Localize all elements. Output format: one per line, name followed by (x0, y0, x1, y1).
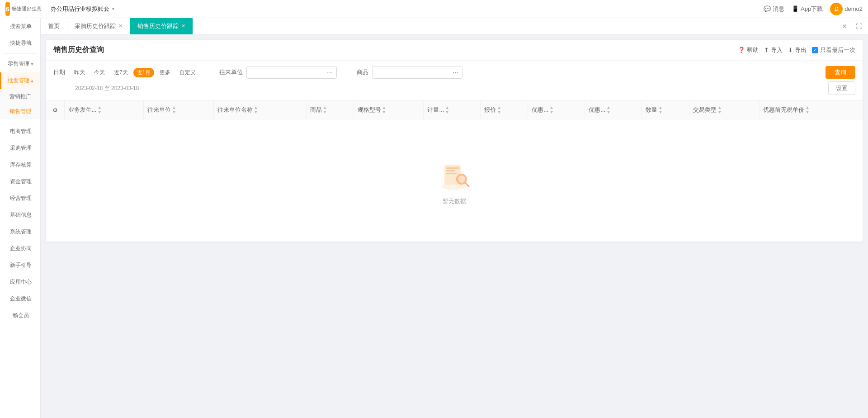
sidebar-label-sales: 销售管理 (9, 108, 31, 114)
date-btn-custom[interactable]: 自定义 (176, 68, 199, 77)
tab-bar-actions: ✕ ⛶ (839, 21, 868, 32)
sidebar-item-ecommerce[interactable]: 电商管理 (0, 123, 40, 140)
date-range-display: 2023-02-18 至 2023-03-18 (75, 85, 139, 92)
help-icon: ❓ (738, 47, 745, 53)
tab-purchase-history[interactable]: 采购历史价跟踪 ✕ (67, 18, 130, 34)
page-header-actions: ❓ 帮助 ⬆ 导入 ⬇ 导出 ✓ 只看最后一次 (738, 46, 855, 54)
table-header-discount2[interactable]: 优惠... ▲▼ (585, 101, 642, 119)
svg-rect-3 (446, 170, 455, 171)
partner-input-dots[interactable]: ··· (327, 68, 333, 76)
data-table: ⚙ 业务发生... ▲▼ 往来 (46, 101, 863, 119)
sort-icon-pretax-price: ▲▼ (805, 105, 810, 114)
table-header-product[interactable]: 商品 ▲▼ (306, 101, 354, 119)
partner-input[interactable] (250, 69, 327, 76)
tab-sales-history-close[interactable]: ✕ (181, 23, 185, 29)
sidebar-label-finance: 资金管理 (10, 178, 32, 185)
table-header-unit[interactable]: 计量... ▲▼ (424, 101, 481, 119)
wholesale-arrow-icon: ▲ (30, 79, 34, 83)
sidebar-item-system[interactable]: 系统管理 (0, 223, 40, 240)
date-filter-label: 日期 (53, 68, 65, 76)
page-header: 销售历史价查询 ❓ 帮助 ⬆ 导入 ⬇ 导出 (46, 40, 863, 61)
table-header-gear[interactable]: ⚙ (46, 101, 64, 119)
product-input-wrapper: ··· (372, 66, 462, 79)
sidebar-item-member[interactable]: 畅会员 (0, 307, 40, 324)
help-button[interactable]: ❓ 帮助 (738, 46, 759, 54)
maximize-button[interactable]: ⛶ (854, 21, 864, 32)
empty-state: 暂无数据 (46, 119, 863, 242)
table-header-biz-date[interactable]: 业务发生... ▲▼ (64, 101, 144, 119)
sidebar-item-apps[interactable]: 应用中心 (0, 274, 40, 290)
tab-sales-history[interactable]: 销售历史价跟踪 ✕ (130, 18, 193, 34)
sidebar-item-enterprise[interactable]: 企业协同 (0, 240, 40, 257)
date-btn-7days[interactable]: 近7天 (110, 68, 132, 77)
date-btn-1month[interactable]: 近1月 (133, 68, 155, 77)
date-btn-yesterday[interactable]: 昨天 (71, 68, 89, 77)
user-profile[interactable]: D demo2 (830, 3, 863, 15)
date-btn-today[interactable]: 今天 (90, 68, 108, 77)
close-all-tabs-button[interactable]: ✕ (839, 21, 850, 32)
top-bar: 6 畅捷通好生意 办公用品行业模拟账套 ▾ 💬 消息 📱 App下载 D dem… (0, 0, 868, 18)
sidebar-divider-1 (4, 53, 37, 54)
tab-home[interactable]: 首页 (41, 18, 67, 34)
app-title-area: 办公用品行业模拟账套 ▾ (42, 5, 764, 13)
sidebar-item-newuser[interactable]: 新手引导 (0, 257, 40, 274)
table-header-partner-name[interactable]: 往来单位名称 ▲▼ (213, 101, 306, 119)
export-label: 导出 (795, 46, 807, 54)
tab-sales-history-label: 销售历史价跟踪 (137, 22, 179, 30)
avatar: D (830, 3, 843, 15)
table-header-partner-code[interactable]: 往来单位 ▲▼ (144, 101, 214, 119)
table-wrap: ⚙ 业务发生... ▲▼ 往来 (46, 101, 863, 119)
sidebar-item-operations[interactable]: 经营管理 (0, 190, 40, 207)
sidebar-divider-2 (4, 121, 37, 121)
sidebar-sub-sales[interactable]: 销售管理 (0, 104, 40, 119)
table-header-pretax-price-label: 优惠前无税单价 (763, 106, 804, 114)
sort-icon-quantity: ▲▼ (658, 105, 663, 114)
top-bar-actions: 💬 消息 📱 App下载 D demo2 (764, 3, 863, 15)
table-header-discount1[interactable]: 优惠... ▲▼ (528, 101, 585, 119)
table-header-discount1-label: 优惠... (532, 106, 548, 114)
tab-purchase-history-close[interactable]: ✕ (118, 23, 123, 29)
sidebar-item-retail[interactable]: 零售管理 ▼ (0, 56, 40, 72)
app-download-label: App下载 (801, 5, 823, 13)
export-button[interactable]: ⬇ 导出 (788, 46, 807, 54)
date-btn-more[interactable]: 更多 (156, 68, 174, 77)
empty-state-text: 暂无数据 (443, 197, 466, 205)
sort-icon-unit: ▲▼ (445, 105, 449, 114)
product-input-dots[interactable]: ··· (453, 68, 458, 76)
help-label: 帮助 (747, 46, 759, 54)
table-header-trade-type[interactable]: 交易类型 ▲▼ (689, 101, 760, 119)
only-last-checkbox[interactable]: ✓ 只看最后一次 (812, 46, 855, 54)
message-label: 消息 (773, 5, 784, 13)
sort-icon-partner-name: ▲▼ (254, 105, 258, 114)
sidebar-label-wechat: 企业微信 (10, 295, 32, 302)
product-input[interactable] (376, 69, 453, 76)
sidebar-label-operations: 经营管理 (10, 195, 32, 201)
sidebar-label-system: 系统管理 (10, 228, 32, 235)
table-header-quantity[interactable]: 数量 ▲▼ (642, 101, 689, 119)
table-header-quote[interactable]: 报价 ▲▼ (481, 101, 528, 119)
sidebar-label-member: 畅会员 (13, 312, 29, 318)
app-download-button[interactable]: 📱 App下载 (792, 5, 823, 13)
table-header-partner-code-label: 往来单位 (147, 106, 171, 114)
sidebar-item-wechat[interactable]: 企业微信 (0, 290, 40, 307)
partner-filter-label: 往来单位 (219, 68, 243, 76)
settings-button[interactable]: 设置 (828, 81, 855, 95)
sidebar-item-purchase[interactable]: 采购管理 (0, 140, 40, 157)
sidebar-item-search[interactable]: 搜索菜单 (0, 18, 40, 35)
table-header-trade-type-label: 交易类型 (693, 106, 717, 114)
table-header-spec[interactable]: 规格型号 ▲▼ (354, 101, 424, 119)
download-icon: 📱 (792, 5, 799, 12)
table-header-unit-label: 计量... (427, 106, 444, 114)
sidebar-item-finance[interactable]: 资金管理 (0, 173, 40, 190)
sidebar-item-wholesale[interactable]: 批发管理 ▲ (0, 72, 40, 89)
table-header-pretax-price[interactable]: 优惠前无税单价 ▲▼ (759, 101, 863, 119)
query-button[interactable]: 查询 (826, 66, 855, 79)
sidebar-item-quick[interactable]: 快捷导航 (0, 35, 40, 52)
title-dropdown-icon[interactable]: ▾ (112, 6, 114, 11)
message-button[interactable]: 💬 消息 (764, 5, 784, 13)
sidebar-item-inventory[interactable]: 库存核算 (0, 157, 40, 173)
import-button[interactable]: ⬆ 导入 (764, 46, 783, 54)
sidebar-item-basic[interactable]: 基础信息 (0, 207, 40, 223)
table-header-product-label: 商品 (310, 106, 322, 114)
sidebar-sub-marketing[interactable]: 营销推广 (0, 89, 40, 104)
